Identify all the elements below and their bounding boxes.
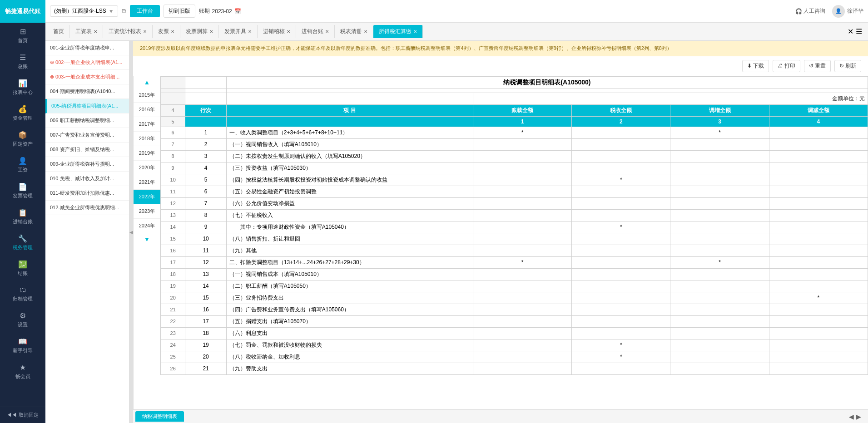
data-cell[interactable]: *: [572, 221, 670, 233]
year-2024[interactable]: 2024年: [134, 219, 160, 233]
data-cell[interactable]: [769, 256, 868, 268]
data-cell[interactable]: *: [473, 127, 571, 138]
left-item-004[interactable]: 004-期间费用明细表(A1040...: [45, 84, 129, 99]
data-cell[interactable]: [769, 197, 868, 209]
item-text[interactable]: （四）广告费和业务宣传费支出（填写A105060）: [226, 304, 473, 315]
refresh-button[interactable]: ↻ 刷新: [834, 60, 861, 72]
line-number[interactable]: 13: [185, 268, 227, 280]
year-scroll-down-button[interactable]: ▼: [142, 233, 153, 245]
data-cell[interactable]: [572, 186, 670, 197]
line-number[interactable]: 19: [185, 339, 227, 351]
data-cell[interactable]: [670, 150, 769, 162]
item-text[interactable]: （六）利息支出: [226, 327, 473, 339]
data-cell[interactable]: [572, 245, 670, 256]
year-2022[interactable]: 2022年: [134, 190, 160, 204]
item-text[interactable]: （一）视同销售成本（填写A105010）: [226, 268, 473, 280]
tab-income-tax[interactable]: 所得税汇算缴 ✕: [373, 25, 423, 38]
data-cell[interactable]: [670, 339, 769, 351]
sidebar-item-guide[interactable]: 📖 新手引导: [0, 333, 45, 359]
data-cell[interactable]: [769, 280, 868, 292]
download-button[interactable]: ⬇ 下载: [742, 60, 769, 72]
year-2021[interactable]: 2021年: [134, 175, 160, 190]
data-cell[interactable]: [473, 221, 571, 233]
data-cell[interactable]: [670, 162, 769, 174]
line-number[interactable]: 2: [185, 138, 227, 150]
left-item-005[interactable]: 005-纳税调整项目明细表(A1...: [45, 99, 129, 113]
data-cell[interactable]: [572, 209, 670, 221]
line-number[interactable]: 4: [185, 162, 227, 174]
data-cell[interactable]: [769, 127, 868, 138]
tab-close-icon[interactable]: ✕: [248, 29, 252, 34]
item-text[interactable]: （三）业务招待费支出: [226, 292, 473, 304]
data-cell[interactable]: [473, 363, 571, 374]
data-cell[interactable]: [670, 197, 769, 209]
sidebar-item-purchase[interactable]: 📋 进销台账: [0, 204, 45, 230]
item-text[interactable]: 二、扣除类调整项目（13+14+...24+26+27+28+29+30）: [226, 256, 473, 268]
data-cell[interactable]: *: [769, 292, 868, 304]
data-cell[interactable]: [572, 280, 670, 292]
tab-invoice[interactable]: 发票 ✕: [153, 25, 180, 38]
data-cell[interactable]: [473, 280, 571, 292]
data-cell[interactable]: [572, 315, 670, 327]
data-cell[interactable]: [473, 339, 571, 351]
tab-close-icon[interactable]: ✕: [413, 29, 417, 34]
data-cell[interactable]: *: [572, 339, 670, 351]
tab-close-icon[interactable]: ✕: [171, 29, 174, 34]
item-text[interactable]: （七）罚金、罚款和被没收财物的损失: [226, 339, 473, 351]
data-cell[interactable]: [670, 233, 769, 245]
data-cell[interactable]: [572, 150, 670, 162]
tab-close-icon[interactable]: ✕: [209, 29, 213, 34]
company-selector[interactable]: (勿删）江西股企-LSS ▼: [50, 5, 118, 17]
year-2015[interactable]: 2015年: [134, 88, 160, 103]
data-cell[interactable]: [670, 304, 769, 315]
nav-right-icon[interactable]: ▶: [856, 413, 861, 420]
data-cell[interactable]: [473, 150, 571, 162]
item-text[interactable]: （九）其他: [226, 245, 473, 256]
data-cell[interactable]: [473, 304, 571, 315]
data-cell[interactable]: [670, 138, 769, 150]
year-2017[interactable]: 2017年: [134, 117, 160, 132]
workbench-button[interactable]: 工作台: [130, 5, 160, 17]
print-button[interactable]: 🖨 打印: [773, 60, 800, 72]
data-cell[interactable]: [572, 197, 670, 209]
data-cell[interactable]: [473, 327, 571, 339]
line-number[interactable]: 9: [185, 221, 227, 233]
data-cell[interactable]: [670, 186, 769, 197]
data-cell[interactable]: [572, 127, 670, 138]
data-cell[interactable]: [769, 339, 868, 351]
unpin-button[interactable]: ◀◀ 取消固定: [0, 407, 45, 423]
item-text[interactable]: （三）投资收益（填写A105030）: [226, 162, 473, 174]
data-cell[interactable]: [769, 351, 868, 363]
data-cell[interactable]: [769, 138, 868, 150]
data-cell[interactable]: [572, 268, 670, 280]
resize-handle[interactable]: [129, 41, 133, 423]
data-cell[interactable]: [670, 351, 769, 363]
sidebar-item-home[interactable]: ⊞ 首页: [0, 23, 45, 49]
data-cell[interactable]: [473, 292, 571, 304]
nav-left-icon[interactable]: ◀: [849, 413, 854, 420]
data-cell[interactable]: *: [473, 256, 571, 268]
copy-icon[interactable]: ⧉: [122, 7, 126, 15]
data-cell[interactable]: [572, 256, 670, 268]
data-cell[interactable]: [473, 351, 571, 363]
data-cell[interactable]: [769, 186, 868, 197]
line-number[interactable]: 14: [185, 280, 227, 292]
tab-invoice-calc[interactable]: 发票测算 ✕: [180, 25, 219, 38]
data-cell[interactable]: [769, 363, 868, 374]
data-cell[interactable]: [572, 138, 670, 150]
data-cell[interactable]: [769, 315, 868, 327]
sidebar-item-archive[interactable]: 🗂 归档管理: [0, 281, 45, 307]
data-cell[interactable]: [769, 304, 868, 315]
left-item-010[interactable]: 010-免税、减计收入及加计...: [45, 172, 129, 186]
left-item-001[interactable]: 001-企业所得税年度纳税申...: [45, 41, 129, 55]
line-number[interactable]: 5: [185, 174, 227, 186]
sidebar-item-ledger[interactable]: ☰ 总账: [0, 49, 45, 74]
data-cell[interactable]: [769, 174, 868, 186]
line-number[interactable]: 20: [185, 351, 227, 363]
data-cell[interactable]: [473, 174, 571, 186]
left-item-006[interactable]: 006-职工薪酬纳税调整明细...: [45, 113, 129, 128]
data-cell[interactable]: [769, 268, 868, 280]
data-cell[interactable]: [572, 327, 670, 339]
data-cell[interactable]: [572, 233, 670, 245]
line-number[interactable]: 11: [185, 245, 227, 256]
